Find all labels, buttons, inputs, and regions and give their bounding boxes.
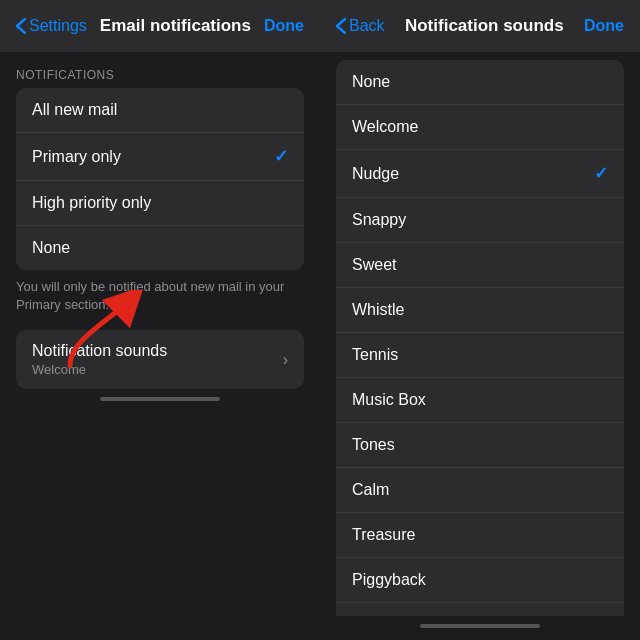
sound-item[interactable]: Snappy	[336, 198, 624, 243]
sound-label: Piggyback	[352, 571, 426, 589]
left-done-button[interactable]: Done	[264, 17, 304, 35]
option-high-priority-only[interactable]: High priority only	[16, 181, 304, 226]
sound-item[interactable]: Sweet	[336, 243, 624, 288]
sound-item[interactable]: Tennis	[336, 333, 624, 378]
option-primary-only[interactable]: Primary only ✓	[16, 133, 304, 181]
notifications-option-group: All new mail Primary only ✓ High priorit…	[16, 88, 304, 270]
right-nav-bar: Back Notification sounds Done	[320, 0, 640, 52]
notification-sounds-group: Notification sounds Welcome ›	[16, 330, 304, 389]
primary-only-checkmark: ✓	[274, 146, 288, 167]
left-home-indicator	[0, 389, 320, 413]
sound-label: Sweet	[352, 256, 396, 274]
sound-label: Whistle	[352, 301, 404, 319]
sound-item[interactable]: Whistle	[336, 288, 624, 333]
option-high-priority-only-label: High priority only	[32, 194, 151, 212]
notification-sounds-text: Notification sounds Welcome	[32, 342, 167, 377]
sound-label: Tennis	[352, 346, 398, 364]
sound-item[interactable]: Nudge✓	[336, 150, 624, 198]
sound-checkmark: ✓	[594, 163, 608, 184]
option-all-new-mail-label: All new mail	[32, 101, 117, 119]
left-panel: Settings Email notifications Done NOTIFI…	[0, 0, 320, 640]
sound-label: None	[352, 73, 390, 91]
sound-label: Nudge	[352, 165, 399, 183]
sound-item[interactable]: None	[336, 60, 624, 105]
sound-item[interactable]: Treasure	[336, 513, 624, 558]
sound-label: Treasure	[352, 526, 415, 544]
right-home-bar	[420, 624, 540, 628]
sound-label: Calm	[352, 481, 389, 499]
back-button[interactable]: Back	[336, 17, 385, 35]
notification-sounds-chevron: ›	[283, 351, 288, 369]
option-primary-only-label: Primary only	[32, 148, 121, 166]
settings-back-label: Settings	[29, 17, 87, 35]
right-panel: Back Notification sounds Done NoneWelcom…	[320, 0, 640, 640]
sound-label: Music Box	[352, 391, 426, 409]
sound-item[interactable]: Music Box	[336, 378, 624, 423]
settings-back-button[interactable]: Settings	[16, 17, 87, 35]
right-done-button[interactable]: Done	[584, 17, 624, 35]
sound-item[interactable]: Calm	[336, 468, 624, 513]
left-nav-bar: Settings Email notifications Done	[0, 0, 320, 52]
right-home-indicator	[320, 616, 640, 640]
sound-list: NoneWelcomeNudge✓SnappySweetWhistleTenni…	[320, 52, 640, 616]
back-label: Back	[349, 17, 385, 35]
option-none-label: None	[32, 239, 70, 257]
left-panel-title: Email notifications	[87, 16, 264, 36]
sound-item[interactable]: Tones	[336, 423, 624, 468]
sound-label: Snappy	[352, 211, 406, 229]
sound-item[interactable]: Shrink Ray	[336, 603, 624, 616]
sound-item[interactable]: Welcome	[336, 105, 624, 150]
sound-label: Welcome	[352, 118, 418, 136]
right-panel-title: Notification sounds	[385, 16, 584, 36]
sound-item[interactable]: Piggyback	[336, 558, 624, 603]
notification-sounds-subtitle: Welcome	[32, 362, 167, 377]
option-none[interactable]: None	[16, 226, 304, 270]
notifications-helper-text: You will only be notified about new mail…	[0, 270, 320, 330]
left-home-bar	[100, 397, 220, 401]
notification-sounds-title: Notification sounds	[32, 342, 167, 360]
sound-options-group: NoneWelcomeNudge✓SnappySweetWhistleTenni…	[336, 60, 624, 616]
option-all-new-mail[interactable]: All new mail	[16, 88, 304, 133]
notification-sounds-row[interactable]: Notification sounds Welcome ›	[16, 330, 304, 389]
sound-label: Tones	[352, 436, 395, 454]
notifications-section-label: NOTIFICATIONS	[0, 52, 320, 88]
